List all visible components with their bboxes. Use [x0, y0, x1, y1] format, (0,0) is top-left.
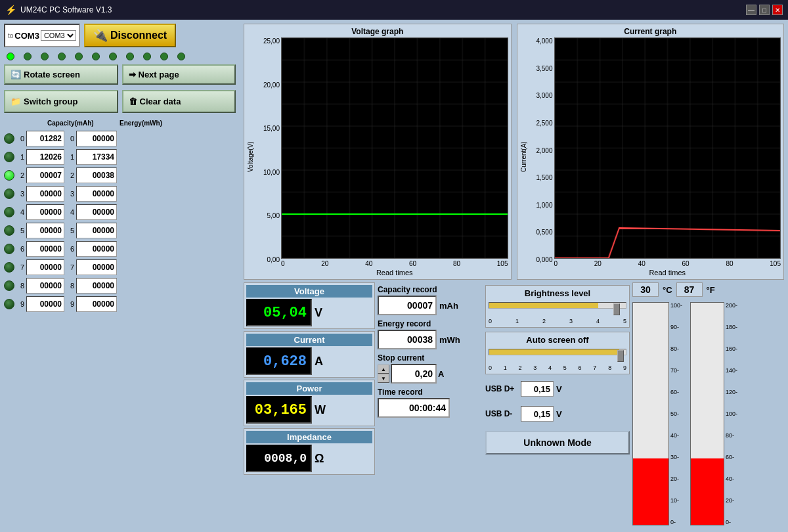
current-x-axis: 0 20 40 60 80 105: [554, 259, 781, 269]
celsius-scale-labels: 100- 90- 80- 70- 60- 50- 40- 30- 20- 10-…: [670, 302, 686, 525]
stop-current-input[interactable]: [391, 364, 437, 384]
dot-4: [75, 53, 83, 60]
brightness-labels: 0 1 2 3 4 5: [489, 318, 626, 324]
cap-input-2[interactable]: [26, 167, 64, 183]
fahrenheit-scale-labels: 200- 180- 160- 140- 120- 100- 80- 60- 40…: [726, 302, 744, 525]
cap-input-9[interactable]: [26, 296, 64, 312]
usb-plus-label: USB D+: [485, 384, 518, 393]
current-y-axis-label: Current(A): [520, 37, 529, 277]
table-row: 88: [4, 277, 162, 295]
capacity-record-unit: mAh: [439, 301, 458, 311]
clear-data-button[interactable]: 🗑 Clear data: [122, 90, 236, 113]
voltage-display: 05,04: [246, 299, 312, 326]
clear-label: Clear data: [140, 97, 181, 106]
energy-input-6[interactable]: [76, 241, 117, 257]
impedance-unit: Ω: [315, 452, 324, 466]
cap-input-1[interactable]: [26, 149, 64, 165]
led-3: [4, 188, 14, 199]
voltage-graph-title: Voltage graph: [247, 27, 508, 36]
minimize-button[interactable]: —: [746, 5, 756, 15]
cap-input-3[interactable]: [26, 186, 64, 202]
energy-input-9[interactable]: [76, 296, 117, 312]
table-row: 11: [4, 148, 162, 166]
energy-input-5[interactable]: [76, 223, 117, 238]
meters-row: Voltage 05,04 V Current 0,628: [244, 282, 784, 528]
mode-button[interactable]: Unknown Mode: [485, 431, 630, 454]
stop-current-unit: A: [438, 369, 444, 379]
disconnect-button[interactable]: 🔌 Disconnect: [84, 24, 176, 47]
left-panel: to COM3 COM3 🔌 Disconnect: [0, 20, 240, 532]
mode-label: Unknown Mode: [523, 437, 591, 448]
celsius-box: 30: [632, 282, 659, 297]
cap-header: Capacity(mAh): [46, 118, 87, 128]
voltage-x-axis: 0 20 40 60 80 105: [281, 259, 508, 269]
table-row: 33: [4, 185, 162, 203]
energy-input-8[interactable]: [76, 278, 117, 294]
impedance-meter-label: Impedance: [246, 431, 372, 443]
cap-input-8[interactable]: [26, 278, 64, 294]
power-meter-label: Power: [246, 382, 372, 395]
fahrenheit-box: 87: [676, 282, 703, 297]
cap-input-5[interactable]: [26, 223, 64, 238]
rotate-label: Rotate screen: [24, 70, 80, 79]
capacity-record-input[interactable]: [378, 296, 437, 315]
voltage-y-axis-label: Voltage(V): [247, 37, 256, 277]
brightness-slider-thumb[interactable]: [613, 303, 620, 315]
switch-group-button[interactable]: 📁 Switch group: [4, 90, 118, 113]
thermometer-panel: 30 °C 87 °F 100-: [632, 282, 744, 528]
cap-input-7[interactable]: [26, 259, 64, 275]
usb-minus-label: USB D-: [485, 409, 518, 418]
energy-input-1[interactable]: [76, 149, 117, 165]
app-title: UM24C PC Software V1.3: [20, 5, 112, 14]
current-display: 0,628: [246, 347, 312, 375]
rotate-screen-button[interactable]: 🔄 Rotate screen: [4, 64, 118, 85]
dot-2: [41, 53, 49, 60]
voltage-y-axis: 25,00 20,00 15,00 10,00 5,00 0,00: [256, 37, 281, 277]
led-7: [4, 262, 14, 273]
current-graph-title: Current graph: [520, 27, 781, 36]
record-panel: Capacity record mAh Energy record mWh St…: [378, 282, 483, 528]
stop-current-up-button[interactable]: ▲: [378, 365, 389, 374]
close-button[interactable]: ✕: [772, 5, 783, 15]
usb-plus-input[interactable]: [521, 381, 554, 397]
next-page-button[interactable]: ➡ Next page: [122, 64, 236, 85]
energy-input-0[interactable]: [76, 131, 117, 146]
title-bar: ⚡ UM24C PC Software V1.3 — □ ✕: [0, 0, 788, 20]
cap-input-0[interactable]: [26, 131, 64, 146]
stop-current-down-button[interactable]: ▼: [378, 374, 389, 383]
stop-current-label: Stop current: [378, 353, 483, 363]
cap-input-6[interactable]: [26, 241, 64, 257]
power-value: 03,165: [255, 402, 307, 418]
next-label: Next page: [139, 70, 179, 79]
time-record-label: Time record: [378, 388, 483, 397]
led-8: [4, 280, 14, 291]
current-meter-label: Current: [246, 334, 372, 346]
dot-8: [143, 53, 151, 60]
power-display: 03,165: [246, 396, 312, 424]
impedance-meter: Impedance 0008,0 Ω: [244, 428, 375, 475]
maximize-button[interactable]: □: [759, 5, 770, 15]
current-graph-container: Current graph Current(A) 4,000 3,500 3,0…: [517, 24, 785, 280]
time-record-input[interactable]: [378, 398, 450, 418]
voltage-graph-container: Voltage graph Voltage(V) 25,00 20,00 15,…: [244, 24, 512, 280]
usb-minus-input[interactable]: [521, 406, 554, 422]
energy-input-4[interactable]: [76, 204, 117, 220]
table-row: 66: [4, 240, 162, 258]
rotate-icon: 🔄: [11, 70, 21, 79]
energy-input-2[interactable]: [76, 167, 117, 183]
table-row: 00: [4, 129, 162, 148]
table-row: 99: [4, 295, 162, 313]
screen-off-slider-thumb[interactable]: [617, 350, 624, 362]
energy-record-input[interactable]: [378, 330, 437, 349]
cap-input-4[interactable]: [26, 204, 64, 220]
usb-plus-unit: V: [556, 384, 562, 394]
current-x-label: Read times: [554, 269, 781, 277]
capacity-record-label: Capacity record: [378, 285, 483, 294]
brightness-title: Brightness level: [489, 288, 626, 298]
energy-input-7[interactable]: [76, 259, 117, 275]
energy-input-3[interactable]: [76, 186, 117, 202]
dot-6: [109, 53, 117, 60]
capacity-record-row: Capacity record mAh: [378, 285, 483, 315]
com-dropdown[interactable]: COM3: [41, 30, 76, 41]
top-controls: to COM3 COM3 🔌 Disconnect: [4, 24, 236, 47]
